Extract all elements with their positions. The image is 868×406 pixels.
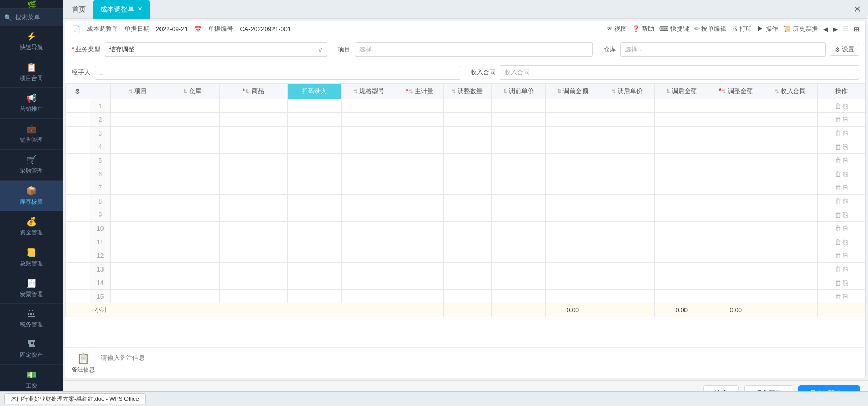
cell-spec[interactable] (341, 263, 396, 276)
col-amount-before-header[interactable]: ⇅ 调前金额 (545, 84, 600, 99)
cell-warehouse[interactable] (165, 154, 219, 167)
sidebar-item-purchase[interactable]: 🛒 采购管理 (0, 150, 63, 181)
cell-qty[interactable] (443, 222, 491, 235)
cell-amount-after[interactable] (654, 167, 709, 181)
cell-adjust[interactable] (709, 208, 763, 222)
cell-price-after[interactable] (600, 263, 654, 276)
delete-icon[interactable]: 🗑 (835, 102, 841, 110)
copy-icon[interactable]: ⎘ (843, 211, 848, 219)
cell-qty[interactable] (443, 290, 491, 303)
delete-icon[interactable]: 🗑 (835, 279, 841, 287)
cell-product[interactable] (219, 140, 287, 154)
detail-view-button[interactable]: ⊞ (854, 26, 859, 33)
cell-project[interactable] (110, 99, 165, 113)
copy-icon[interactable]: ⎘ (843, 170, 848, 178)
tab-home[interactable]: 首页 (65, 0, 93, 19)
cell-project[interactable] (110, 181, 165, 195)
cell-adjust[interactable] (709, 290, 763, 303)
cell-price-after[interactable] (600, 140, 654, 154)
print-button[interactable]: 🖨 打印 (732, 25, 752, 33)
batch-edit-button[interactable]: ✏ 按单编辑 (694, 25, 726, 33)
cell-price-before[interactable] (491, 127, 545, 140)
cell-amount-after[interactable] (654, 181, 709, 195)
cell-product[interactable] (219, 208, 287, 222)
cell-unit[interactable] (396, 167, 443, 181)
copy-icon[interactable]: ⎘ (843, 265, 848, 273)
cell-project[interactable] (110, 195, 165, 208)
cell-unit[interactable] (396, 181, 443, 195)
cell-price-after[interactable] (600, 154, 654, 167)
cell-unit[interactable] (396, 235, 443, 249)
cell-unit[interactable] (396, 276, 443, 290)
cell-amount-before[interactable] (545, 113, 600, 127)
cell-price-before[interactable] (491, 290, 545, 303)
sidebar-item-sales[interactable]: 💼 销售管理 (0, 119, 63, 150)
cell-spec[interactable] (341, 235, 396, 249)
col-product-header[interactable]: ⇅ 商品 (219, 84, 287, 99)
cell-spec[interactable] (341, 113, 396, 127)
cell-qty[interactable] (443, 99, 491, 113)
cell-income[interactable] (763, 208, 817, 222)
cell-price-before[interactable] (491, 222, 545, 235)
cell-price-after[interactable] (600, 290, 654, 303)
col-amount-after-header[interactable]: ⇅ 调后金额 (654, 84, 709, 99)
cell-scan[interactable] (287, 290, 341, 303)
sidebar-item-invoice[interactable]: 🧾 发票管理 (0, 273, 63, 304)
copy-icon[interactable]: ⎘ (843, 143, 848, 151)
business-type-input[interactable]: 结存调整 ∨ (105, 42, 327, 57)
cell-product[interactable] (219, 290, 287, 303)
cell-product[interactable] (219, 127, 287, 140)
cell-adjust[interactable] (709, 263, 763, 276)
delete-icon[interactable]: 🗑 (835, 129, 841, 137)
cell-amount-after[interactable] (654, 222, 709, 235)
copy-icon[interactable]: ⎘ (843, 116, 848, 123)
copy-icon[interactable]: ⎘ (843, 224, 848, 232)
copy-icon[interactable]: ⎘ (843, 252, 848, 260)
cell-amount-before[interactable] (545, 249, 600, 263)
cell-income[interactable] (763, 195, 817, 208)
copy-icon[interactable]: ⎘ (843, 102, 848, 110)
cell-adjust[interactable] (709, 276, 763, 290)
grid-view-button[interactable]: ☰ (843, 26, 849, 33)
cell-income[interactable] (763, 113, 817, 127)
cell-warehouse[interactable] (165, 249, 219, 263)
cell-warehouse[interactable] (165, 181, 219, 195)
delete-icon[interactable]: 🗑 (835, 238, 841, 246)
cell-warehouse[interactable] (165, 195, 219, 208)
operate-button[interactable]: ▶ 操作 (757, 25, 778, 33)
cell-amount-before[interactable] (545, 208, 600, 222)
cell-amount-after[interactable] (654, 113, 709, 127)
cell-product[interactable] (219, 263, 287, 276)
cell-spec[interactable] (341, 276, 396, 290)
cell-project[interactable] (110, 290, 165, 303)
cell-price-before[interactable] (491, 154, 545, 167)
cell-warehouse[interactable] (165, 222, 219, 235)
cell-product[interactable] (219, 222, 287, 235)
cell-project[interactable] (110, 235, 165, 249)
cell-unit[interactable] (396, 263, 443, 276)
cell-price-before[interactable] (491, 181, 545, 195)
cell-project[interactable] (110, 113, 165, 127)
delete-icon[interactable]: 🗑 (835, 116, 841, 123)
nav-prev-button[interactable]: ◀ (823, 26, 828, 33)
sidebar-item-finance[interactable]: 💰 资金管理 (0, 211, 63, 242)
cell-income[interactable] (763, 263, 817, 276)
cell-product[interactable] (219, 99, 287, 113)
cell-qty[interactable] (443, 249, 491, 263)
cell-amount-before[interactable] (545, 290, 600, 303)
sidebar-item-quick-nav[interactable]: ⚡ 快速导航 (0, 26, 63, 57)
income-contract-input[interactable]: 收入合同 ... (500, 65, 859, 80)
col-scan-header[interactable]: 扫码录入 (287, 84, 341, 99)
tab-cost-adjust[interactable]: 成本调整单 ✕ (93, 0, 150, 19)
delete-icon[interactable]: 🗑 (835, 197, 841, 205)
cell-warehouse[interactable] (165, 276, 219, 290)
cell-project[interactable] (110, 222, 165, 235)
cell-amount-before[interactable] (545, 276, 600, 290)
cell-scan[interactable] (287, 249, 341, 263)
cell-amount-after[interactable] (654, 154, 709, 167)
cell-project[interactable] (110, 140, 165, 154)
cell-price-before[interactable] (491, 195, 545, 208)
cell-price-after[interactable] (600, 99, 654, 113)
cell-unit[interactable] (396, 290, 443, 303)
project-input[interactable]: 选择... ... (355, 42, 593, 57)
